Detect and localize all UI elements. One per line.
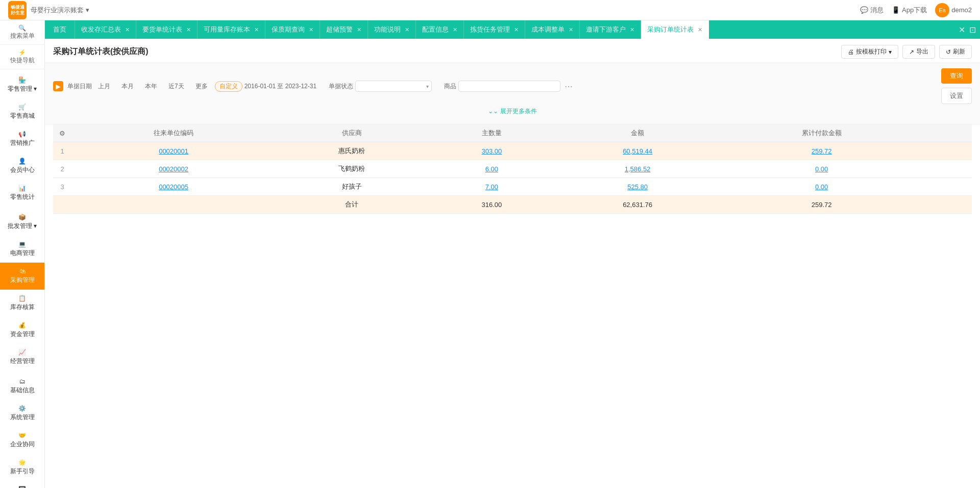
retail-mgmt-icon: 🏪 (18, 76, 26, 84)
expand-label: 展开更多条件 (500, 108, 537, 115)
tab-inventory-book-label: 可用量库存账本 (204, 25, 250, 34)
tab-bar: 首页 收发存汇总表 ✕ 要货单统计表 ✕ 可用量库存账本 ✕ 保质期查询 ✕ 超… (45, 20, 980, 39)
user-avatar[interactable]: Ea demo2 (935, 3, 972, 17)
tab-over-stock[interactable]: 超储预警 ✕ (320, 20, 368, 39)
sidebar-item-marketing[interactable]: 📢 营销推广 (0, 125, 44, 152)
collab-label: 企业协同 (10, 440, 35, 449)
sidebar-quick-nav[interactable]: ⚡ 快捷导航 (0, 45, 44, 69)
sidebar-item-finance[interactable]: 💰 资金管理 (0, 317, 44, 344)
row-code[interactable]: 00020001 (71, 142, 276, 160)
tab-expiry-query[interactable]: 保质期查询 ✕ (265, 20, 320, 39)
app-download-label: App下载 (902, 6, 927, 15)
tab-config-close[interactable]: ✕ (453, 27, 457, 33)
filter-expand: ⌄⌄ 展开更多条件 (53, 104, 972, 119)
shortcut-7days[interactable]: 近7天 (164, 81, 188, 92)
status-label: 单据状态 (329, 82, 353, 91)
product-input[interactable] (458, 81, 560, 92)
tab-maximize-icon[interactable]: ⊡ (969, 25, 976, 35)
table-row[interactable]: 3 00020005 好孩子 7.00 525.80 0.00 (53, 178, 972, 196)
content-area: 首页 收发存汇总表 ✕ 要货单统计表 ✕ 可用量库存账本 ✕ 保质期查询 ✕ 超… (45, 20, 980, 488)
tab-config[interactable]: 配置信息 ✕ (416, 20, 464, 39)
tab-pick-task[interactable]: 拣货任务管理 ✕ (464, 20, 525, 39)
ecommerce-icon: 💻 (18, 241, 26, 248)
date-label: 单据日期 (67, 82, 92, 91)
shortcut-last-month[interactable]: 上月 (94, 81, 114, 92)
app-logo: 畅捷通好生意 (8, 1, 27, 19)
sidebar-item-purchase[interactable]: 🛍 采购管理 (0, 263, 44, 290)
data-table: ⚙ 往来单位编码 供应商 主数量 金额 累计付款金额 1 00020001 惠氏… (53, 124, 972, 214)
tab-over-stock-close[interactable]: ✕ (357, 27, 361, 33)
sidebar-item-app-center[interactable]: 🔲 应用中心 (0, 481, 44, 488)
tab-order-stats[interactable]: 要货单统计表 ✕ (136, 20, 198, 39)
sidebar-item-system[interactable]: ⚙️ 系统管理 (0, 400, 44, 427)
sidebar-item-retail-mall[interactable]: 🛒 零售商城 (0, 98, 44, 125)
tab-close-all-icon[interactable]: ✕ (959, 25, 965, 35)
query-button[interactable]: 查询 (941, 68, 972, 84)
top-bar: 畅捷通好生意 母婴行业演示账套 ▾ 💬 消息 📱 App下载 Ea demo2 (0, 0, 980, 20)
print-button[interactable]: 🖨 按模板打印 ▾ (841, 45, 898, 59)
row-amount: 525.80 (556, 178, 720, 196)
sidebar-item-newbie[interactable]: 🌟 新手引导 (0, 454, 44, 481)
member-icon: 👤 (18, 158, 26, 165)
marketing-label: 营销推广 (10, 139, 35, 147)
top-bar-left: 畅捷通好生意 母婴行业演示账套 ▾ (8, 1, 89, 19)
purchase-icon: 🛍 (19, 268, 26, 275)
page-header: 采购订单统计表(按供应商) 🖨 按模板打印 ▾ ↗ 导出 ↺ 刷新 (45, 39, 980, 63)
sidebar-search[interactable]: 🔍 搜索菜单 (0, 20, 44, 45)
col-header-settings[interactable]: ⚙ (53, 124, 71, 142)
tab-func-desc[interactable]: 功能说明 ✕ (368, 20, 416, 39)
refresh-button[interactable]: ↺ 刷新 (939, 45, 972, 59)
sidebar-item-retail-stats[interactable]: 📊 零售统计 (0, 179, 44, 207)
tab-purchase-stats[interactable]: 采购订单统计表 ✕ (641, 20, 709, 39)
app-center-icon: 🔲 (18, 486, 26, 488)
sidebar-item-collab[interactable]: 🤝 企业协同 (0, 427, 44, 454)
expand-button[interactable]: ⌄⌄ 展开更多条件 (488, 107, 536, 116)
product-more-icon[interactable]: ⋯ (565, 82, 573, 91)
status-select[interactable] (355, 81, 432, 92)
org-selector[interactable]: 母婴行业演示账套 ▾ (31, 6, 89, 15)
sidebar-item-wholesale[interactable]: 📦 批发管理 ▾ (0, 209, 44, 236)
row-code[interactable]: 00020002 (71, 160, 276, 178)
export-button[interactable]: ↗ 导出 (902, 45, 935, 59)
tab-invite-downstream-label: 邀请下游客户 (586, 25, 626, 34)
tab-invite-downstream-close[interactable]: ✕ (630, 27, 634, 33)
tab-purchase-stats-close[interactable]: ✕ (698, 27, 702, 33)
ecommerce-label: 电商管理 (10, 249, 35, 258)
message-action[interactable]: 💬 消息 (860, 6, 884, 15)
tab-home[interactable]: 首页 (45, 20, 75, 39)
summary-empty-1 (53, 196, 71, 214)
filter-toggle[interactable]: ▶ (53, 81, 63, 91)
table-row[interactable]: 1 00020001 惠氏奶粉 303.00 60,519.44 259.72 (53, 142, 972, 160)
date-custom-badge[interactable]: 自定义 (215, 81, 242, 92)
tab-cost-adjust-close[interactable]: ✕ (569, 27, 573, 33)
row-code[interactable]: 00020005 (71, 178, 276, 196)
shortcut-this-month[interactable]: 本月 (117, 81, 138, 92)
table-row[interactable]: 2 00020002 飞鹤奶粉 6.00 1,586.52 0.00 (53, 160, 972, 178)
tab-receive-send-close[interactable]: ✕ (125, 27, 130, 33)
tab-func-desc-close[interactable]: ✕ (405, 27, 409, 33)
sidebar-item-member[interactable]: 👤 会员中心 (0, 152, 44, 179)
page-actions: 🖨 按模板打印 ▾ ↗ 导出 ↺ 刷新 (841, 45, 972, 59)
refresh-label: 刷新 (953, 47, 965, 56)
shortcut-more[interactable]: 更多 (191, 81, 212, 92)
app-download-action[interactable]: 📱 App下载 (892, 6, 927, 15)
summary-amount: 62,631.76 (556, 196, 720, 214)
shortcut-this-year[interactable]: 本年 (141, 81, 161, 92)
sidebar-item-ecommerce[interactable]: 💻 电商管理 (0, 236, 44, 263)
sidebar-item-inventory[interactable]: 📋 库存核算 (0, 290, 44, 317)
tab-cost-adjust[interactable]: 成本调整单 ✕ (525, 20, 580, 39)
setting-button[interactable]: 设置 (941, 88, 972, 104)
tab-order-stats-close[interactable]: ✕ (186, 27, 191, 33)
tab-inventory-book-close[interactable]: ✕ (254, 27, 259, 33)
tab-inventory-book[interactable]: 可用量库存账本 ✕ (198, 20, 265, 39)
tab-pick-task-close[interactable]: ✕ (514, 27, 519, 33)
filter-dates: 上月 本月 本年 近7天 更多 自定义 (94, 81, 242, 92)
tab-receive-send[interactable]: 收发存汇总表 ✕ (75, 20, 136, 39)
sidebar-item-basic[interactable]: 🗂 基础信息 (0, 373, 44, 400)
tab-expiry-query-close[interactable]: ✕ (309, 27, 313, 33)
tab-invite-downstream[interactable]: 邀请下游客户 ✕ (580, 20, 641, 39)
sidebar-item-retail-mgmt[interactable]: 🏪 零售管理 ▾ (0, 71, 44, 98)
export-icon: ↗ (909, 48, 914, 56)
row-qty: 303.00 (428, 142, 555, 160)
sidebar-item-ops[interactable]: 📈 经营管理 (0, 344, 44, 371)
